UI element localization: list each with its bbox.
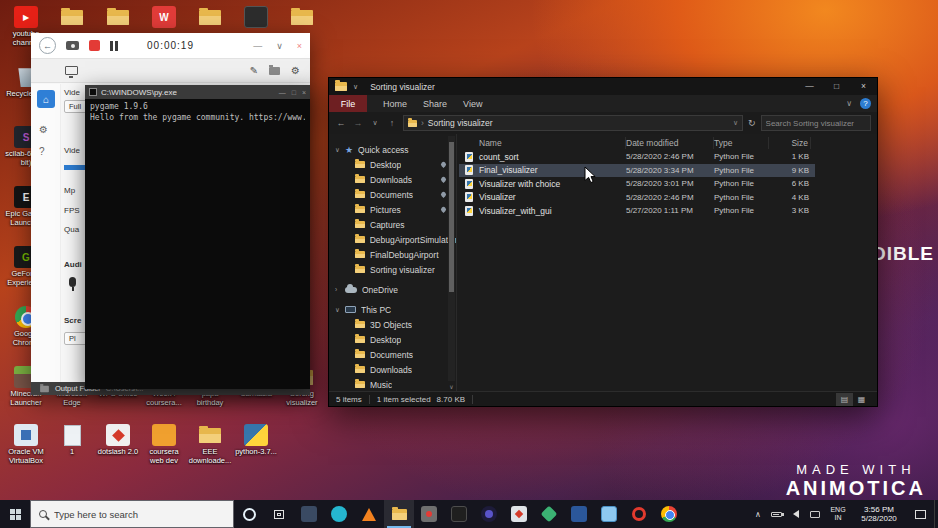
home-icon[interactable]: ⌂ (37, 90, 55, 108)
sidebar-item-this-pc[interactable]: ∨ This PC (329, 302, 456, 317)
address-dropdown-icon[interactable]: ∨ (733, 119, 738, 127)
maximize-icon[interactable]: □ (292, 89, 296, 96)
column-date-modified[interactable]: Date modified (626, 137, 714, 149)
pause-button[interactable] (110, 41, 118, 51)
tab-share[interactable]: Share (423, 99, 447, 109)
volume-icon[interactable] (787, 500, 805, 528)
taskbar-app-chrome[interactable] (654, 500, 684, 528)
taskbar-app-terminal[interactable] (444, 500, 474, 528)
file-row-count-sort[interactable]: count_sort 5/28/2020 2:46 PM Python File… (459, 150, 815, 164)
taskbar-app-8[interactable] (504, 500, 534, 528)
sidebar-item-downloads-pc[interactable]: Downloads (329, 362, 456, 377)
back-button[interactable]: ← (39, 37, 56, 54)
file-row-visualizer-with-choice[interactable]: Visualizer with choice 5/28/2020 3:01 PM… (459, 177, 815, 191)
minimize-icon[interactable]: — (279, 89, 286, 96)
taskbar-app-1[interactable] (294, 500, 324, 528)
language-indicator[interactable]: ENGIN (825, 500, 851, 528)
desktop-icon-1[interactable]: 1 (50, 424, 94, 457)
taskbar-app-word[interactable] (564, 500, 594, 528)
up-icon[interactable]: ↑ (386, 118, 398, 128)
chevron-right-icon[interactable]: › (335, 286, 345, 293)
maximize-icon[interactable]: □ (823, 78, 850, 95)
scrollbar-thumb[interactable] (449, 142, 454, 292)
sidebar-scrollbar[interactable]: ∨ (448, 136, 455, 381)
chevron-down-icon[interactable]: ∨ (335, 306, 345, 314)
hidden-icons-button[interactable]: ∧ (750, 500, 766, 528)
tab-home[interactable]: Home (383, 99, 407, 109)
refresh-icon[interactable]: ↻ (748, 118, 756, 128)
gear-icon[interactable]: ⚙ (39, 124, 48, 135)
desktop-icon-dotslash[interactable]: dotslash 2.0 (96, 424, 140, 457)
task-view-button[interactable] (264, 500, 294, 528)
sidebar-item-desktop-pc[interactable]: Desktop (329, 332, 456, 347)
taskbar-app-eclipse[interactable] (474, 500, 504, 528)
explorer-title-bar[interactable]: ∨ Sorting visualizer — □ × (329, 78, 877, 95)
desktop-icon-python[interactable]: python-3.7... (234, 424, 278, 457)
recent-locations-icon[interactable]: ∨ (369, 119, 381, 127)
ribbon-expand-icon[interactable]: ∨ (846, 99, 852, 108)
column-name[interactable]: Name (479, 137, 626, 149)
sidebar-item-pictures[interactable]: Pictures (329, 202, 456, 217)
file-row-visualizer[interactable]: Visualizer 5/28/2020 2:46 PM Python File… (459, 191, 815, 205)
details-view-icon[interactable]: ▤ (836, 393, 853, 406)
show-desktop-button[interactable] (934, 500, 938, 528)
desktop-icon[interactable] (142, 6, 186, 30)
column-size[interactable]: Size (769, 137, 811, 149)
sidebar-item-quick-access[interactable]: ∨ ★ Quick access (329, 142, 456, 157)
close-icon[interactable]: × (302, 89, 306, 96)
console-title-bar[interactable]: C:\WINDOWS\py.exe — □ × (85, 85, 310, 99)
column-type[interactable]: Type (714, 137, 769, 149)
search-input[interactable] (766, 119, 866, 128)
taskbar-file-explorer[interactable] (384, 500, 414, 528)
close-icon[interactable]: × (297, 41, 302, 51)
desktop-icon[interactable] (280, 6, 324, 30)
minimize-icon[interactable]: — (253, 41, 262, 51)
battery-icon[interactable] (766, 500, 787, 528)
network-icon[interactable] (805, 500, 825, 528)
sidebar-item-debugairportsimulation[interactable]: DebugAirportSimulation (329, 232, 456, 247)
chevron-down-icon[interactable]: ∨ (335, 146, 345, 154)
icons-view-icon[interactable]: ▦ (853, 393, 870, 406)
taskbar-app-vlc[interactable] (354, 500, 384, 528)
taskbar-search[interactable] (30, 500, 234, 528)
sidebar-item-documents[interactable]: Documents (329, 187, 456, 202)
folder-icon[interactable] (269, 67, 280, 75)
sidebar-item-sorting-visualizer[interactable]: Sorting visualizer (329, 262, 456, 277)
desktop-icon-virtualbox[interactable]: Oracle VM VirtualBox (4, 424, 48, 465)
gear-icon[interactable]: ⚙ (291, 65, 300, 76)
breadcrumb[interactable]: Sorting visualizer (428, 118, 493, 128)
chevron-down-icon[interactable]: ∨ (276, 41, 283, 51)
quick-access-toolbar-chevron[interactable]: ∨ (353, 83, 358, 91)
scroll-down-icon[interactable]: ∨ (448, 383, 455, 390)
taskbar-app-2[interactable] (324, 500, 354, 528)
tab-view[interactable]: View (463, 99, 482, 109)
display-icon[interactable] (65, 66, 78, 75)
sidebar-item-3d-objects[interactable]: 3D Objects (329, 317, 456, 332)
taskbar-app-recorder[interactable] (414, 500, 444, 528)
taskbar-app-11[interactable] (594, 500, 624, 528)
file-row-visualizer-with-gui[interactable]: Visualizer_with_gui 5/27/2020 1:11 PM Py… (459, 204, 815, 218)
sidebar-item-downloads[interactable]: Downloads (329, 172, 456, 187)
search-input[interactable] (54, 509, 225, 520)
taskbar-clock[interactable]: 3:56 PM5/28/2020 (851, 500, 907, 528)
help-icon[interactable]: ? (860, 98, 871, 109)
address-field[interactable]: › Sorting visualizer ∨ (403, 115, 743, 131)
sidebar-item-onedrive[interactable]: › OneDrive (329, 282, 456, 297)
sidebar-item-music[interactable]: Music (329, 377, 456, 391)
microphone-icon[interactable] (69, 277, 76, 287)
start-button[interactable] (0, 500, 30, 528)
tab-file[interactable]: File (329, 95, 367, 112)
minimize-icon[interactable]: — (796, 78, 823, 95)
back-icon[interactable]: ← (335, 118, 347, 128)
close-icon[interactable]: × (850, 78, 877, 95)
sidebar-item-finaldebugairport[interactable]: FinalDebugAirport (329, 247, 456, 262)
stop-record-button[interactable] (89, 40, 100, 51)
action-center-button[interactable] (907, 500, 934, 528)
sidebar-item-documents-pc[interactable]: Documents (329, 347, 456, 362)
camera-icon[interactable] (66, 41, 79, 50)
desktop-icon-coursera-web-dev[interactable]: coursera web dev (142, 424, 186, 465)
desktop-icon[interactable] (234, 6, 278, 30)
desktop-icon-eee-downloads[interactable]: EEE downloade... (188, 424, 232, 465)
taskbar-app-9[interactable] (534, 500, 564, 528)
taskbar-app-opera[interactable] (624, 500, 654, 528)
